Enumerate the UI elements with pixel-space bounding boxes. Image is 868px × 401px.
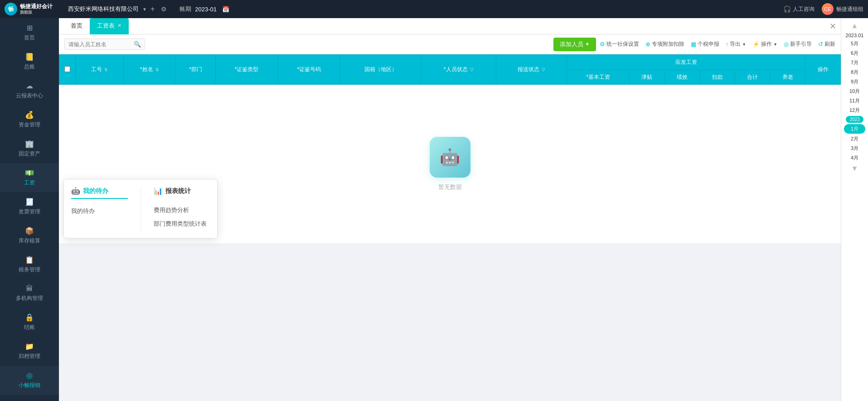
th-total-label: 合计 <box>747 74 758 80</box>
sidebar-item-funds[interactable]: 💰 资金管理 <box>0 105 59 134</box>
cs-label: 人工咨询 <box>793 5 815 13</box>
popup-col2-title[interactable]: 📊 报表统计 <box>154 187 210 198</box>
popup-report-label-1: 费用趋势分析 <box>154 207 189 213</box>
th-perf-label: 绩效 <box>677 74 688 80</box>
search-input[interactable] <box>68 41 132 48</box>
guide-action[interactable]: ◎ 新手引导 <box>784 40 812 48</box>
timeline-month-2[interactable]: 2月 <box>841 134 868 144</box>
timeline-month-7[interactable]: 7月 <box>841 58 868 68</box>
social-security-action[interactable]: ⚙ 统一社保设置 <box>600 40 639 48</box>
sidebar-item-inventory[interactable]: 📦 库存核算 <box>0 221 59 250</box>
cloud-icon: ☁ <box>26 82 33 90</box>
extra-deduct-action[interactable]: ⊕ 专项附加扣除 <box>645 40 684 48</box>
timeline-date-header: 2023.01 <box>846 32 864 39</box>
add-icon[interactable]: + <box>150 5 155 13</box>
user-initials: CE <box>824 6 831 12</box>
sidebar-item-label: 固定资产 <box>19 150 40 158</box>
logo-main-text: 畅捷通好会计 <box>20 3 53 10</box>
sidebar-item-close[interactable]: 🔒 结账 <box>0 308 59 337</box>
timeline-month-11[interactable]: 11月 <box>841 96 868 106</box>
home-icon: ⊞ <box>27 24 33 32</box>
th-id-type: *证鉴类型 <box>215 55 278 85</box>
sidebar-item-label: 税务管理 <box>19 266 40 274</box>
timeline-month-3[interactable]: 3月 <box>841 144 868 153</box>
add-btn-arrow: ▼ <box>585 42 590 47</box>
company-dropdown-icon[interactable]: ▼ <box>142 7 147 12</box>
th-status: *人员状态 ▽ <box>421 55 496 85</box>
export-action[interactable]: ↑ 导出 ▼ <box>726 40 746 48</box>
popup-report-item-2[interactable]: 部门费用类型统计表 <box>154 217 210 231</box>
sidebar-item-tax[interactable]: 📋 税务管理 <box>0 250 59 279</box>
sort-no-icon[interactable]: ⇅ <box>104 68 108 72</box>
popup-report-item-1[interactable]: 费用趋势分析 <box>154 203 210 217</box>
headphone-icon: 🎧 <box>783 5 791 13</box>
tab-close-window[interactable]: ✕ <box>829 21 836 31</box>
timeline-month-8[interactable]: 8月 <box>841 68 868 77</box>
th-pension-label: 养老 <box>782 74 793 80</box>
th-pension: 养老 <box>770 70 805 85</box>
th-name-label: *姓名 <box>140 66 153 72</box>
sidebar-item-home[interactable]: ⊞ 首页 <box>0 18 59 47</box>
th-checkbox[interactable] <box>59 55 76 85</box>
timeline-panel: ▲ 2023.01 5月 6月 7月 8月 9月 10月 11月 12月 202… <box>841 18 868 401</box>
social-security-label: 统一社保设置 <box>606 40 639 48</box>
tax-report-action[interactable]: ▦ 个税申报 <box>691 40 719 48</box>
settings-icon[interactable]: ⚙ <box>161 5 167 13</box>
company-area: 西安虾米网络科技有限公司 ▼ + ⚙ 账期 2023-01 📅 <box>68 5 783 13</box>
sidebar-item-xiao[interactable]: ◎ 小畅报销 › <box>0 366 59 395</box>
add-person-label: 添加人员 <box>560 40 583 48</box>
filter-send-icon[interactable]: ▽ <box>542 67 545 72</box>
timeline-month-10[interactable]: 10月 <box>841 87 868 96</box>
timeline-month-9[interactable]: 9月 <box>841 77 868 87</box>
timeline-year-2023: 2023 <box>846 116 863 123</box>
refresh-action[interactable]: ↺ 刷新 <box>818 40 835 48</box>
sidebar-item-invoice[interactable]: 🧾 发票管理 <box>0 192 59 221</box>
sidebar-item-label: 小畅报销 <box>19 382 40 389</box>
operation-action[interactable]: ⚡ 操作 ▼ <box>752 40 777 48</box>
tab-salary[interactable]: 工资表 ✕ <box>90 18 129 34</box>
timeline-month-5[interactable]: 5月 <box>841 39 868 48</box>
sidebar-item-salary[interactable]: 💵 工资 <box>0 163 59 192</box>
sidebar-item-archive[interactable]: 📁 归档管理 <box>0 337 59 366</box>
th-total: 合计 <box>735 70 770 85</box>
window-close-icon[interactable]: ✕ <box>829 21 836 31</box>
calendar-icon[interactable]: 📅 <box>222 6 229 13</box>
select-all-checkbox[interactable] <box>64 66 70 72</box>
timeline-month-12[interactable]: 12月 <box>841 106 868 115</box>
popup-todo-item[interactable]: 我的待办 <box>71 204 128 218</box>
th-base-label: *基本工资 <box>586 74 610 80</box>
ledger-icon: 📒 <box>25 53 34 61</box>
sidebar-item-cloud[interactable]: ☁ 云报表中心 <box>0 76 59 105</box>
search-box: 🔍 <box>64 39 145 50</box>
timeline-month-1[interactable]: 1月 <box>844 124 865 134</box>
tab-close-icon[interactable]: ✕ <box>117 23 121 29</box>
timeline-month-6[interactable]: 6月 <box>841 48 868 58</box>
th-country-label: 国籍（地区） <box>364 66 397 72</box>
th-deduct: 扣款 <box>700 70 735 85</box>
sidebar-item-multi[interactable]: 🏛 多机构管理 <box>0 279 59 308</box>
refresh-icon: ↺ <box>818 41 823 48</box>
logo-text: 畅捷通好会计 旗舰版 <box>20 3 53 14</box>
sidebar-item-assets[interactable]: 🏢 固定资产 <box>0 134 59 163</box>
th-country: 国籍（地区） <box>340 55 421 85</box>
add-person-button[interactable]: 添加人员 ▼ <box>553 38 596 51</box>
sort-name-icon[interactable]: ⇅ <box>155 68 159 72</box>
filter-status-icon[interactable]: ▽ <box>470 67 474 72</box>
salary-icon: 💵 <box>25 169 34 177</box>
operation-label: 操作 <box>761 40 772 48</box>
timeline-nav-down[interactable]: ▼ <box>849 163 860 174</box>
customer-service-btn[interactable]: 🎧 人工咨询 <box>783 5 815 13</box>
popup-todo-label: 我的待办 <box>71 208 95 214</box>
funds-icon: 💰 <box>25 111 34 119</box>
timeline-month-4[interactable]: 4月 <box>841 153 868 163</box>
sidebar-item-label: 结账 <box>24 324 35 331</box>
sidebar-item-ledger[interactable]: 📒 总账 <box>0 47 59 76</box>
timeline-nav-up[interactable]: ▲ <box>849 20 860 32</box>
popup-col2-icon: 📊 <box>154 187 163 195</box>
tab-home[interactable]: 首页 <box>63 18 90 34</box>
th-sendstatus-label: 报送状态 <box>518 66 539 72</box>
sidebar-item-basic[interactable]: ⚙ 基础设置 <box>0 395 59 401</box>
popup-col1-title[interactable]: 🤖 我的待办 <box>71 187 128 199</box>
logo-initials: 畅 <box>8 5 14 13</box>
user-area[interactable]: CE 畅捷通组组 <box>822 3 863 15</box>
